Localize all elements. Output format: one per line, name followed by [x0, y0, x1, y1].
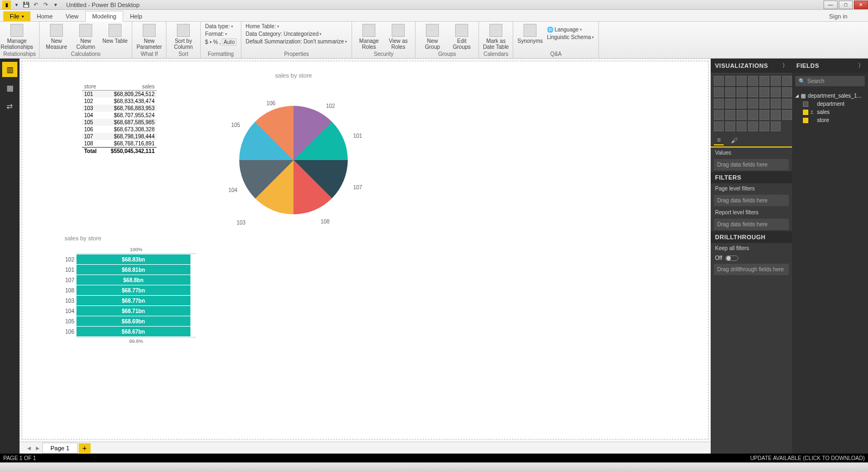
new-parameter-button[interactable]: New Parameter: [136, 23, 163, 50]
field-department[interactable]: department: [795, 100, 865, 108]
report-filters-dropzone[interactable]: Drag data fields here: [714, 219, 789, 230]
pie-chart[interactable]: [239, 106, 348, 214]
fields-tab-button[interactable]: ≡: [714, 136, 724, 145]
page-filters-dropzone[interactable]: Drag data fields here: [714, 195, 789, 206]
viz-type-icon[interactable]: [748, 99, 758, 109]
viz-type-icon[interactable]: [748, 110, 758, 120]
table-row[interactable]: 107$68,798,198,444: [82, 133, 157, 140]
viz-type-icon[interactable]: [737, 110, 746, 120]
bar-row[interactable]: 108$68.77bn: [60, 285, 212, 295]
save-icon[interactable]: 💾: [22, 1, 30, 9]
table-row[interactable]: 108$68,768,716,891: [82, 140, 157, 147]
viz-type-icon[interactable]: [771, 122, 781, 131]
bar-row[interactable]: 102$68.83bn: [60, 254, 212, 264]
redo-icon[interactable]: ↷: [41, 1, 50, 9]
viz-type-icon[interactable]: [714, 76, 724, 86]
view-as-roles-button[interactable]: View as Roles: [385, 23, 412, 50]
file-menu[interactable]: File▾: [3, 11, 30, 21]
viz-type-icon[interactable]: [725, 87, 735, 97]
viz-type-icon[interactable]: [748, 87, 758, 97]
report-view-button[interactable]: ▥: [2, 62, 17, 77]
field-sales[interactable]: Σsales: [795, 108, 865, 116]
keep-filters-toggle[interactable]: [725, 256, 738, 261]
new-column-button[interactable]: New Column: [72, 23, 99, 50]
viz-type-icon[interactable]: [714, 110, 724, 120]
viz-type-icon[interactable]: [760, 87, 769, 97]
viz-type-icon[interactable]: [771, 87, 781, 97]
sign-in-link[interactable]: Sign in: [825, 11, 852, 21]
format-tab-button[interactable]: 🖌: [729, 136, 739, 145]
manage-relationships-button[interactable]: Manage Relationships: [3, 23, 30, 50]
bar-row[interactable]: 107$68.8bn: [60, 275, 212, 285]
undo-icon[interactable]: ↶: [31, 1, 40, 9]
new-group-button[interactable]: New Group: [419, 23, 446, 50]
viz-type-icon[interactable]: [737, 76, 746, 86]
viz-type-icon[interactable]: [760, 76, 769, 86]
data-category-dropdown[interactable]: Data Category: Uncategorized▾: [245, 30, 348, 37]
viz-type-icon[interactable]: [714, 87, 724, 97]
table-row[interactable]: 103$68,766,883,953: [82, 105, 157, 112]
viz-type-icon[interactable]: [725, 76, 735, 86]
table-row[interactable]: 105$68,687,585,985: [82, 119, 157, 126]
page-prev-button[interactable]: ◀: [25, 444, 33, 452]
collapse-viz-icon[interactable]: 〉: [782, 62, 788, 69]
bar-visual[interactable]: sales by store 100% 102$68.83bn101$68.81…: [60, 235, 212, 344]
format-dropdown[interactable]: Format:▾: [204, 30, 238, 37]
language-dropdown[interactable]: 🌐 Language ▾: [546, 26, 595, 33]
sort-by-column-button[interactable]: Sort by Column: [170, 23, 197, 50]
manage-roles-button[interactable]: Manage Roles: [355, 23, 382, 50]
viz-type-icon[interactable]: [782, 99, 792, 109]
table-header-sales[interactable]: sales: [103, 83, 157, 90]
page-next-button[interactable]: ▶: [34, 444, 41, 452]
page-tab-1[interactable]: Page 1: [42, 443, 78, 454]
new-table-button[interactable]: New Table: [101, 23, 129, 44]
bar-row[interactable]: 104$68.71bn: [60, 306, 212, 316]
viz-type-icon[interactable]: [737, 87, 746, 97]
report-canvas[interactable]: store sales 101$68,809,254,512102$68,833…: [22, 61, 709, 439]
status-update-link[interactable]: UPDATE AVAILABLE (CLICK TO DOWNLOAD): [750, 455, 865, 461]
add-page-button[interactable]: +: [79, 443, 91, 453]
data-type-dropdown[interactable]: Data type:▾: [204, 23, 238, 30]
viz-type-icon[interactable]: [771, 110, 781, 120]
viz-type-icon[interactable]: [737, 99, 746, 109]
table-row[interactable]: 101$68,809,254,512: [82, 91, 157, 98]
viz-type-icon[interactable]: [771, 76, 781, 86]
pie-visual[interactable]: sales by store 101102103104105106107108: [212, 72, 375, 236]
viz-type-icon[interactable]: [782, 87, 792, 97]
file-qat-dd[interactable]: ▾: [12, 1, 21, 9]
table-row[interactable]: 102$68,833,438,474: [82, 98, 157, 105]
table-header-store[interactable]: store: [82, 83, 103, 90]
tab-home[interactable]: Home: [30, 11, 59, 21]
viz-type-icon[interactable]: [725, 99, 735, 109]
viz-type-icon[interactable]: [725, 110, 735, 120]
viz-type-icon[interactable]: [714, 122, 724, 131]
tab-help[interactable]: Help: [123, 11, 149, 21]
field-table-header[interactable]: ◢▦department_sales_1...: [795, 92, 865, 100]
bar-row[interactable]: 106$68.67bn: [60, 327, 212, 336]
linguistic-schema-dropdown[interactable]: Linguistic Schema ▾: [546, 34, 595, 41]
synonyms-button[interactable]: Synonyms: [516, 23, 544, 44]
maximize-button[interactable]: □: [839, 1, 853, 9]
viz-type-icon[interactable]: [748, 122, 758, 131]
data-view-button[interactable]: ▦: [2, 80, 17, 95]
viz-type-icon[interactable]: [748, 76, 758, 86]
collapse-fields-icon[interactable]: 〉: [858, 62, 864, 69]
edit-groups-button[interactable]: Edit Groups: [448, 23, 475, 50]
values-dropzone[interactable]: Drag data fields here: [714, 159, 789, 170]
viz-type-icon[interactable]: [760, 122, 769, 131]
viz-type-icon[interactable]: [771, 99, 781, 109]
drillthrough-dropzone[interactable]: Drag drillthrough fields here: [714, 264, 789, 275]
table-row[interactable]: 104$68,707,955,524: [82, 112, 157, 119]
tab-modeling[interactable]: Modeling: [85, 11, 124, 22]
field-store[interactable]: store: [795, 116, 865, 124]
bar-row[interactable]: 103$68.77bn: [60, 296, 212, 305]
home-table-dropdown[interactable]: Home Table:▾: [245, 23, 348, 30]
default-summarization-dropdown[interactable]: Default Summarization: Don't summarize▾: [245, 38, 348, 45]
tab-view[interactable]: View: [59, 11, 85, 21]
table-visual[interactable]: store sales 101$68,809,254,512102$68,833…: [82, 83, 157, 155]
viz-type-icon[interactable]: [760, 110, 769, 120]
viz-type-icon[interactable]: [782, 110, 792, 120]
table-row[interactable]: 106$68,673,308,328: [82, 126, 157, 133]
viz-type-icon[interactable]: [725, 122, 735, 131]
bar-row[interactable]: 101$68.81bn: [60, 265, 212, 275]
